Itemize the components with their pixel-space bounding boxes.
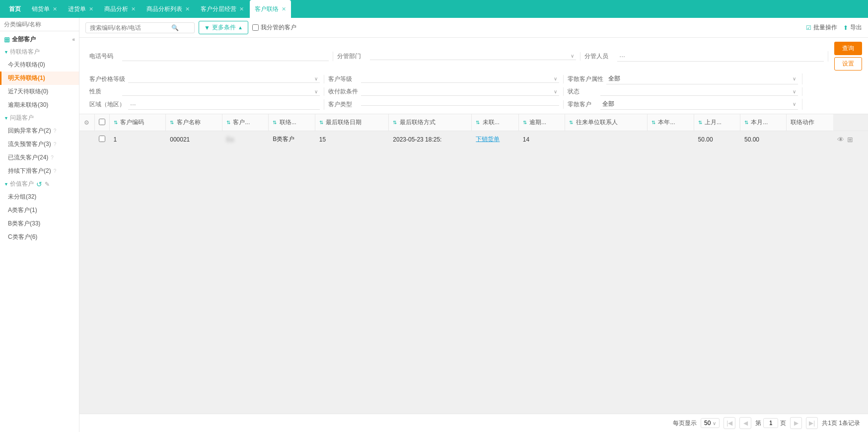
main-search-input[interactable] [90,24,169,31]
my-customers-checkbox[interactable]: 我分管的客户 [252,23,296,32]
help-icon-2: ? [51,155,54,160]
table-scroll-area: ⚙ ⇅ 客户编码 ⇅ 客户名称 ⇅ [79,114,868,414]
sidebar-item-class-a[interactable]: A类客户(1) [0,204,79,217]
last-page-button[interactable]: ▶| [806,417,818,429]
sidebar-item-today-contact[interactable]: 今天待联络(0) [0,58,79,72]
row-this-month [787,131,833,148]
table-header-contact-count[interactable]: ⇅ 联络... [269,114,315,131]
nav-close-customer-tier[interactable]: ✕ [239,6,244,12]
filter-person-select[interactable]: ··· [617,51,824,62]
toolbar: 🔍 ▼ 更多条件 ▲ 我分管的客户 ☑ 批量操作 ⬆ 导出 [79,18,868,38]
table-header-this-year[interactable]: ⇅ 本年... [648,114,694,131]
query-button[interactable]: 查询 [834,42,862,55]
sidebar-item-class-b[interactable]: B类客户(33) [0,217,79,230]
row-last-contact-method-link[interactable]: 下销货单 [476,136,500,143]
filter-nature-label: 性质 [89,87,119,96]
sidebar-all-customers[interactable]: ⊞ 全部客户 « [0,31,79,46]
filter-region-select[interactable]: ··· [128,99,320,110]
region-dots-icon[interactable]: ··· [130,100,136,108]
filter-nature-select[interactable]: ∨ [122,88,320,96]
per-page-label: 每页显示 [673,419,697,428]
nav-label-sales: 销货单 [32,5,50,13]
table-header-type[interactable]: ⇅ 客户... [222,114,268,131]
nav-item-goods-analysis-list[interactable]: 商品分析列表 ✕ [142,0,195,18]
select-all-checkbox[interactable] [99,119,105,125]
next-page-button[interactable]: ▶ [790,417,802,429]
sidebar-item-tomorrow-contact[interactable]: 明天待联络(1) [0,72,79,85]
settings-button[interactable]: 设置 [834,57,862,71]
table-header-this-month[interactable]: ⇅ 本月... [740,114,786,131]
nav-item-customer-tier[interactable]: 客户分层经营 ✕ [196,0,249,18]
filter-retail-attr-select[interactable]: 全部 ∨ [606,73,798,84]
filter-payment-select[interactable]: ∨ [361,88,559,96]
table-header-gear[interactable]: ⚙ [79,114,94,131]
nav-close-customer-contact[interactable]: ✕ [282,6,286,12]
pagination: 每页显示 50 ∨ |◀ ◀ 第 页 ▶ ▶| 共1页 1条记录 [79,414,868,432]
sidebar-item-week-contact[interactable]: 近7天待联络(0) [0,85,79,98]
my-customers-label: 我分管的客户 [261,23,296,32]
sidebar-item-overdue-contact[interactable]: 逾期未联络(30) [0,98,79,112]
person-dots-icon[interactable]: ··· [619,52,625,60]
grid-action-icon[interactable]: ⊞ [847,136,853,144]
sidebar-item-ungrouped[interactable]: 未分组(32) [0,190,79,204]
table-header-contact-person[interactable]: ⇅ 往来单位联系人 [565,114,648,131]
nav-close-goods-analysis-list[interactable]: ✕ [185,6,190,12]
filter-retail-attr-label: 零散客户属性 [568,75,603,83]
nature-chevron-icon: ∨ [314,89,318,94]
nav-item-customer-contact[interactable]: 客户联络 ✕ [250,0,291,18]
nav-close-purchase[interactable]: ✕ [89,6,93,12]
export-button[interactable]: ⬆ 导出 [843,23,862,32]
nav-item-sales[interactable]: 销货单 ✕ [27,0,62,18]
first-page-button[interactable]: |◀ [723,417,735,429]
row-this-year: 50.00 [694,131,740,148]
nav-close-goods-analysis[interactable]: ✕ [131,6,136,12]
main-search-icon[interactable]: 🔍 [171,24,179,31]
refresh-icon[interactable]: ↺ [36,180,42,188]
row-not-contacted: 14 [518,131,565,148]
sidebar-item-abnormal-repurchase[interactable]: 回购异常客户(2) ? [0,124,79,138]
batch-operation-button[interactable]: ☑ 批量操作 [806,23,837,32]
nav-item-goods-analysis[interactable]: 商品分析 ✕ [99,0,141,18]
customer-table: ⚙ ⇅ 客户编码 ⇅ 客户名称 ⇅ [79,114,868,148]
filter-person: 分管人员 ··· [580,51,828,62]
row-actions: 👁 ⊞ [833,131,868,148]
row-select-checkbox[interactable] [99,136,105,142]
more-filter-button[interactable]: ▼ 更多条件 ▲ [199,21,248,34]
check-square-icon: ☑ [806,24,811,31]
sidebar-item-class-c[interactable]: C类客户(6) [0,230,79,244]
table-header-code[interactable]: ⇅ 客户编码 [109,114,166,131]
row-type: B类客户 [269,131,315,148]
table-header-checkbox [94,114,109,131]
filter-customer-type-select[interactable] [361,103,559,106]
sidebar-item-churned[interactable]: 已流失客户(24) ? [0,151,79,164]
sidebar: 🔍 ⊞ 全部客户 « 待联络客户 今天待联络(0) 明天待联络(1) 近7天待联… [0,18,79,432]
nav-item-home[interactable]: 首页 [4,0,26,18]
filter-label: 更多条件 [212,23,236,32]
table-header-last-month[interactable]: ⇅ 上月... [694,114,740,131]
sort-icon-this-year: ⇅ [651,120,655,125]
table-header-overdue[interactable]: ⇅ 逾期... [518,114,565,131]
filter-price-select[interactable]: ∨ [128,75,320,83]
edit-icon[interactable]: ✎ [45,181,50,188]
nav-close-sales[interactable]: ✕ [53,6,57,12]
contact-action-icon[interactable]: 👁 [837,136,844,144]
filter-phone-input[interactable] [122,52,329,61]
table-header-last-method[interactable]: ⇅ 最后联络方式 [389,114,472,131]
sidebar-item-declining[interactable]: 持续下滑客户(2) ? [0,164,79,178]
page-size-select[interactable]: 50 ∨ [701,418,720,428]
table-header-name[interactable]: ⇅ 客户名称 [166,114,222,131]
my-customers-check[interactable] [252,24,259,31]
nav-item-purchase[interactable]: 进货单 ✕ [63,0,98,18]
sidebar-search-input[interactable] [4,21,78,28]
filter-status-select[interactable]: ∨ [600,88,798,96]
filter-dept-select[interactable]: ∨ [370,52,577,60]
action-icons-group: 👁 ⊞ [837,136,864,144]
page-number-input[interactable] [763,418,778,428]
prev-page-button[interactable]: ◀ [739,417,751,429]
table-header-last-date[interactable]: ⇅ 最后联络日期 [315,114,389,131]
table-header-not-contacted[interactable]: ⇅ 未联... [472,114,518,131]
filter-level-select[interactable]: ∨ [361,75,559,83]
filter-retail-customer-select[interactable]: 全部 ∨ [600,99,798,110]
sidebar-item-churn-warning[interactable]: 流失预警客户(3) ? [0,138,79,151]
help-icon-1: ? [54,142,57,147]
